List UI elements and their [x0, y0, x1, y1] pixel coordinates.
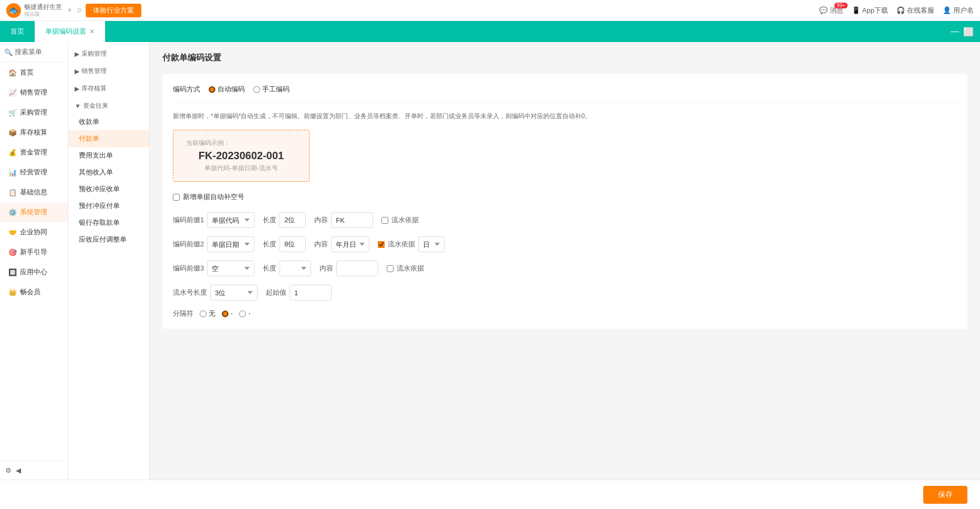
sidebar-item-inventory[interactable]: 📦 库存核算: [0, 122, 68, 142]
sidebar-item-purchase[interactable]: 🛒 采购管理: [0, 102, 68, 122]
code-method-label: 编码方式: [173, 85, 200, 94]
sidebar-item-newguide[interactable]: 🎯 新手引导: [0, 242, 68, 262]
stream1-checkbox[interactable]: [381, 217, 388, 224]
tab-document-code-settings[interactable]: 单据编码设置 ✕: [35, 21, 105, 42]
tabbar-actions: — ⬜: [951, 27, 980, 37]
prefix1-label: 编码前缀1: [173, 215, 204, 225]
manual-code-option[interactable]: 手工编码: [253, 85, 290, 94]
manual-code-radio[interactable]: [253, 86, 260, 93]
serial-start-input[interactable]: [290, 285, 332, 300]
prefix2-select[interactable]: 单据日期: [207, 236, 254, 252]
submenu-item-advance-offset[interactable]: 预付冲应付单: [68, 198, 149, 214]
separator-options: 无 · ·: [200, 309, 251, 318]
submenu-group-purchase-title[interactable]: ▶ 采购管理: [68, 46, 149, 61]
auto-fill-row: 新增单据自动补空号: [173, 192, 957, 202]
tab-home[interactable]: 首页: [0, 21, 35, 42]
submenu-group-sales: ▶ 销售管理: [68, 64, 149, 79]
serial-start-field: 起始值: [266, 285, 332, 300]
sep-dot-radio[interactable]: [222, 310, 229, 317]
length3-select[interactable]: [280, 261, 311, 276]
length1-label: 长度: [263, 215, 276, 225]
nav-arrow-down[interactable]: ▼: [66, 6, 73, 14]
submenu-item-prepaid-offset[interactable]: 预收冲应收单: [68, 181, 149, 198]
sidebar-item-member[interactable]: 👑 畅会员: [0, 282, 68, 302]
separator-label: 分隔符: [173, 309, 193, 318]
sidebar-item-finance[interactable]: 💰 资金管理: [0, 142, 68, 162]
app-logo: 🐟 畅捷通好生意 猫品版: [6, 3, 62, 18]
member-icon: 👑: [8, 288, 17, 296]
preview-box: 当前编码示例： FK-20230602-001 单据代码-单据日期-流水号: [173, 130, 310, 182]
stream2-label: 流水依据: [388, 240, 415, 249]
serial-length-field: 流水号长度 3位: [173, 285, 257, 300]
online-service-item[interactable]: 🎧 在线客服: [896, 6, 934, 15]
sidebar-item-enterprise[interactable]: 🤝 企业协同: [0, 222, 68, 242]
user-avatar[interactable]: 👤 用户名: [943, 6, 974, 15]
content1-input[interactable]: [331, 212, 373, 228]
auto-code-radio[interactable]: [209, 86, 215, 93]
app-download-item[interactable]: 📱 App下载: [852, 6, 888, 15]
sep-dot-option[interactable]: ·: [222, 309, 233, 318]
prefix3-select[interactable]: 空: [207, 261, 254, 276]
serial-length-label: 流水号长度: [173, 288, 207, 297]
sidebar-item-sales[interactable]: 📈 销售管理: [0, 82, 68, 102]
sep-none-option[interactable]: 无: [200, 309, 215, 318]
submenu-item-payment[interactable]: 付款单: [68, 130, 149, 147]
basic-icon: 📋: [8, 189, 17, 196]
submenu-item-receipt[interactable]: 收款单: [68, 113, 149, 130]
tab-close-icon[interactable]: ✕: [89, 28, 95, 35]
sep-dot2-option[interactable]: ·: [239, 309, 250, 318]
topbar-left: 🐟 畅捷通好生意 猫品版 ▼ ⚙ 体验行业方案: [6, 3, 141, 18]
stream3-label: 流水依据: [397, 264, 424, 273]
stream1-label: 流水依据: [391, 215, 419, 225]
content3-field: 内容: [319, 261, 378, 276]
submenu-item-other-income[interactable]: 其他收入单: [68, 164, 149, 181]
home-icon: 🏠: [8, 69, 17, 77]
auto-fill-checkbox[interactable]: [173, 194, 180, 201]
footer-collapse-btn[interactable]: ◀: [16, 466, 21, 474]
stream2-cycle-select[interactable]: 日: [418, 236, 445, 252]
appstore-icon: 🔲: [8, 268, 17, 276]
content2-select[interactable]: 年月日: [331, 236, 369, 252]
main-content-area: 付款单编码设置 编码方式 自动编码 手工编码: [150, 42, 980, 480]
prefix-row-2: 编码前缀2 单据日期 长度 内容 年月日: [173, 236, 957, 252]
content3-input[interactable]: [336, 261, 378, 276]
search-menu[interactable]: 🔍 搜索菜单: [0, 42, 68, 63]
submenu-item-adjust[interactable]: 应收应付调整单: [68, 231, 149, 248]
sidebar-item-appstore[interactable]: 🔲 应用中心: [0, 262, 68, 282]
submenu-item-bank[interactable]: 银行存取款单: [68, 214, 149, 231]
prefix-row-3: 编码前缀3 空 长度 内容: [173, 261, 957, 276]
trial-button[interactable]: 体验行业方案: [86, 4, 141, 17]
tabbar-minimize[interactable]: —: [951, 27, 959, 36]
sep-dot2-radio[interactable]: [239, 310, 246, 317]
prefix1-select[interactable]: 单据代码: [207, 212, 254, 228]
sidebar-item-home[interactable]: 🏠 首页: [0, 63, 68, 82]
prefix3-field: 编码前缀3 空: [173, 261, 254, 276]
sep-none-radio[interactable]: [200, 310, 207, 317]
auto-code-option[interactable]: 自动编码: [209, 85, 245, 94]
submenu-item-expense[interactable]: 费用支出单: [68, 147, 149, 164]
save-button[interactable]: 保存: [923, 486, 967, 504]
sidebar-item-system[interactable]: ⚙️ 系统管理: [0, 202, 68, 222]
submenu-group-finance-title[interactable]: ▼ 资金往来: [68, 98, 149, 113]
stream2-field: 流水依据 日: [378, 236, 445, 252]
prefix-row-1: 编码前缀1 单据代码 长度 内容 流水: [173, 212, 957, 228]
content1-label: 内容: [314, 215, 328, 225]
sidebar-item-basic[interactable]: 📋 基础信息: [0, 182, 68, 202]
app-download-icon: 📱: [852, 6, 860, 14]
length3-label: 长度: [263, 264, 276, 273]
auto-fill-label: 新增单据自动补空号: [183, 192, 244, 202]
submenu-group-inventory-title[interactable]: ▶ 库存核算: [68, 81, 149, 96]
stream3-checkbox[interactable]: [387, 265, 394, 272]
footer-settings-btn[interactable]: ⚙: [5, 466, 12, 474]
stream2-checkbox[interactable]: [378, 241, 385, 248]
serial-length-select[interactable]: 3位: [210, 285, 257, 300]
submenu-group-sales-title[interactable]: ▶ 销售管理: [68, 64, 149, 79]
prefix2-field: 编码前缀2 单据日期: [173, 236, 254, 252]
topbar-nav: ▼ ⚙ 体验行业方案: [66, 4, 141, 17]
sidebar-item-business[interactable]: 📊 经营管理: [0, 162, 68, 182]
content2-field: 内容 年月日: [314, 236, 369, 252]
tabbar-maximize[interactable]: ⬜: [963, 27, 974, 37]
nav-settings[interactable]: ⚙: [76, 6, 82, 14]
message-item[interactable]: 💬 消息 99+: [819, 6, 843, 15]
info-text: 新增单据时，*单据编码*自动生成，不可编辑。前缀设置为部门、业务员等档案类、开单…: [173, 111, 957, 121]
